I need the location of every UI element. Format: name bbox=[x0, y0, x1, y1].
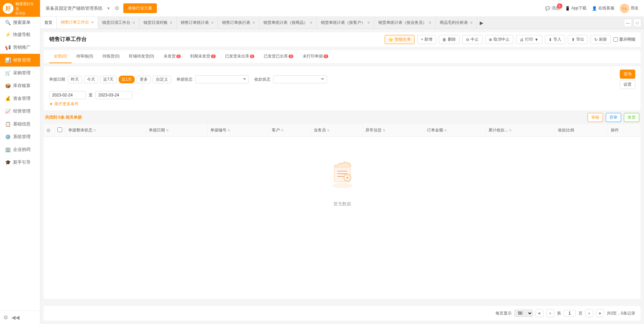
payment-select[interactable] bbox=[273, 75, 327, 83]
tab-minimize-button[interactable]: — bbox=[624, 19, 632, 27]
filter-tab-not-shipped[interactable]: 未发货0 bbox=[159, 50, 186, 63]
show-detail-checkbox[interactable]: 显示明细 bbox=[613, 37, 635, 42]
sidebar-item-quick-nav[interactable]: ⚡ 快捷导航 bbox=[0, 28, 40, 41]
topbar: 装备及固定资产辅助管理系统 ▼ ⚙ 体验行业方案 💬 6 消息 📱 App下载 … bbox=[40, 0, 644, 17]
date-to-input[interactable] bbox=[95, 91, 132, 99]
sort-icon[interactable]: ⇅ bbox=[281, 128, 284, 132]
app-download-item[interactable]: 📱 App下载 bbox=[565, 5, 587, 11]
last-page-button[interactable]: » bbox=[596, 309, 604, 317]
import-button[interactable]: ⬇ 导入 bbox=[545, 35, 565, 44]
sidebar-item-guide[interactable]: 🎓 新手引导 bbox=[0, 156, 40, 169]
sort-icon[interactable]: ⇅ bbox=[509, 128, 512, 132]
date-from-input[interactable] bbox=[49, 91, 86, 99]
tab-sales-summary-product[interactable]: 销货单统计表（按商品） ✕ bbox=[259, 17, 317, 29]
delete-button[interactable]: 🗑 删除 bbox=[439, 35, 460, 44]
sidebar-item-purchase[interactable]: 🛒 采购管理 bbox=[0, 67, 40, 79]
tab-close-icon[interactable]: ✕ bbox=[252, 21, 255, 25]
tab-close-icon[interactable]: ✕ bbox=[470, 21, 473, 25]
stop-button[interactable]: ⊖ 中止 bbox=[462, 35, 482, 44]
preset-yesterday[interactable]: 昨天 bbox=[68, 76, 82, 83]
column-settings-icon[interactable]: ⚙ bbox=[46, 128, 51, 133]
preset-7days[interactable]: 近7天 bbox=[100, 76, 117, 83]
expand-more-button[interactable]: ▼ 展开更多条件 bbox=[49, 101, 635, 107]
filter-tab-expired[interactable]: 到期未发货0 bbox=[185, 50, 220, 63]
status-select[interactable] bbox=[195, 75, 249, 83]
sidebar-item-enterprise[interactable]: 🏢 企业协同 bbox=[0, 143, 40, 156]
ship-button[interactable]: 发货 bbox=[624, 113, 639, 122]
cancel-approve-button[interactable]: 弃审 bbox=[606, 113, 621, 122]
tab-sales-stat[interactable]: 销售订单统计表 ✕ bbox=[177, 17, 218, 29]
sort-icon[interactable]: ⇅ bbox=[444, 128, 447, 132]
tab-close-icon[interactable]: ✕ bbox=[170, 21, 172, 25]
enterprise-icon: 🏢 bbox=[5, 147, 10, 152]
sort-icon[interactable]: ⇅ bbox=[227, 128, 230, 132]
smart-create-button[interactable]: ⭐ 智能生单 bbox=[385, 35, 415, 44]
tab-home[interactable]: 首页 bbox=[40, 17, 57, 29]
approve-button[interactable]: 审核 bbox=[588, 113, 603, 122]
filter-tab-shipped-not-out[interactable]: 已发货未出库0 bbox=[220, 50, 259, 63]
filter-tab-all[interactable]: 全部(0) bbox=[49, 50, 72, 63]
settings-icon[interactable]: ⚙ bbox=[3, 314, 8, 321]
filter-tab-shipped-out[interactable]: 已发货已出库0 bbox=[259, 50, 298, 63]
print-button[interactable]: 🖨 打印 ▼ bbox=[516, 35, 542, 44]
filter-tab-wangpu[interactable]: 旺铺待发货(0) bbox=[124, 50, 159, 63]
tab-gross-margin[interactable]: 商品毛利分析表 ✕ bbox=[436, 17, 477, 29]
page-number-input[interactable] bbox=[564, 310, 576, 317]
tab-close-icon[interactable]: ✕ bbox=[132, 21, 135, 25]
message-icon-item[interactable]: 💬 6 消息 bbox=[545, 5, 560, 11]
tab-close-icon[interactable]: ✕ bbox=[211, 21, 214, 25]
tab-close-icon[interactable]: ✕ bbox=[429, 21, 431, 25]
sort-icon[interactable]: ⇅ bbox=[383, 128, 385, 132]
next-page-button[interactable]: › bbox=[585, 309, 593, 317]
query-button[interactable]: 查询 bbox=[620, 70, 635, 79]
add-button[interactable]: + 新增 bbox=[417, 35, 436, 44]
tab-sales-summary-staff[interactable]: 销货单统计表（按业务员） ✕ bbox=[374, 17, 436, 29]
tab-maximize-button[interactable]: □ bbox=[633, 19, 641, 27]
sidebar-item-basic-info[interactable]: 📋 基础信息 bbox=[0, 118, 40, 130]
collapse-icon[interactable]: ◀◀ bbox=[11, 314, 19, 321]
preset-custom[interactable]: 自定义 bbox=[153, 76, 171, 83]
sidebar-item-sales[interactable]: 📊 销售管理 bbox=[0, 54, 40, 67]
finance-icon: 💰 bbox=[5, 96, 10, 101]
tab-close-icon[interactable]: ✕ bbox=[310, 21, 312, 25]
sidebar-item-finance[interactable]: 💰 资金管理 bbox=[0, 92, 40, 105]
tab-sales-exec[interactable]: 销售订单执行表 ✕ bbox=[218, 17, 259, 29]
refresh-button[interactable]: ↻ 刷新 bbox=[591, 35, 611, 44]
sidebar-item-system[interactable]: ⚙️ 系统管理 bbox=[0, 130, 40, 143]
preset-1month[interactable]: 近1月 bbox=[119, 76, 135, 83]
tab-cash-reconcile[interactable]: 钱货日清对账 ✕ bbox=[139, 17, 177, 29]
online-service-item[interactable]: 👤 在线客服 bbox=[592, 5, 614, 11]
preset-more[interactable]: 更多 bbox=[137, 76, 151, 83]
sidebar-item-operations[interactable]: 📈 经营管理 bbox=[0, 105, 40, 118]
select-all-checkbox[interactable] bbox=[57, 127, 62, 132]
industry-solution-button[interactable]: 体验行业方案 bbox=[123, 3, 157, 13]
settings-gear-icon[interactable]: ⚙ bbox=[115, 5, 119, 11]
dropdown-arrow[interactable]: ▼ bbox=[106, 6, 111, 11]
sidebar-item-marketing[interactable]: 📢 营销推广 bbox=[0, 41, 40, 54]
user-item[interactable]: Ea 用友 bbox=[620, 4, 639, 13]
sort-icon[interactable]: ⇅ bbox=[327, 128, 330, 132]
tab-sales-summary-customer[interactable]: 销货单统计表（按客户） ✕ bbox=[317, 17, 374, 29]
horizontal-scrollbar[interactable] bbox=[44, 300, 641, 304]
tab-cash-daily[interactable]: 钱货日清工作台 ✕ bbox=[98, 17, 139, 29]
nav-search[interactable]: 🔍 搜索菜单 bbox=[0, 17, 40, 28]
first-page-button[interactable]: « bbox=[535, 309, 544, 317]
search-bar: 单据日期 昨天 今天 近7天 近1月 更多 自定义 单据状态 bbox=[44, 66, 641, 110]
filter-tab-not-printed[interactable]: 未打印单据0 bbox=[298, 50, 333, 63]
sidebar-item-inventory[interactable]: 📦 库存核算 bbox=[0, 79, 40, 92]
filter-tab-pending-review[interactable]: 待审核(0) bbox=[72, 50, 98, 63]
filter-tab-pending-check[interactable]: 待拣货(0) bbox=[98, 50, 124, 63]
preset-today[interactable]: 今天 bbox=[84, 76, 98, 83]
tab-close-icon[interactable]: ✕ bbox=[91, 21, 94, 24]
settings-button[interactable]: 设置 bbox=[620, 80, 635, 89]
page-size-select[interactable]: 50 100 200 bbox=[514, 310, 533, 317]
tab-scroll-right[interactable]: ▶ bbox=[477, 20, 486, 26]
th-number: 单据编号 ⇅ bbox=[208, 124, 269, 137]
tab-close-icon[interactable]: ✕ bbox=[367, 21, 370, 25]
tab-sales-order[interactable]: 销售订单工作台 ✕ bbox=[57, 17, 98, 29]
sort-icon[interactable]: ⇅ bbox=[93, 128, 96, 132]
cancel-stop-button[interactable]: ⊕ 取消中止 bbox=[485, 35, 513, 44]
export-button[interactable]: ⬆ 导出 bbox=[568, 35, 588, 44]
sort-icon[interactable]: ⇅ bbox=[166, 128, 169, 132]
prev-page-button[interactable]: ‹ bbox=[546, 309, 554, 317]
